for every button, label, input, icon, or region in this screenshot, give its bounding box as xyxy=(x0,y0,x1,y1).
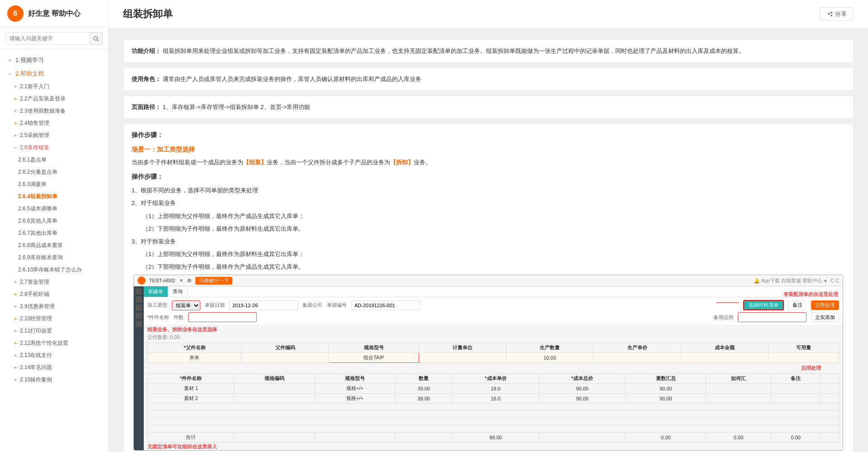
sidebar-item-cases[interactable]: ＋2.15操作案例 xyxy=(13,374,108,386)
process-btn[interactable]: 选择时料清单 xyxy=(743,300,784,310)
search-box xyxy=(0,28,108,50)
sidebar-item-i267[interactable]: 2.6.7其他出库单 xyxy=(18,227,108,239)
topbar-new-btn[interactable]: 同商银行一下 xyxy=(195,277,232,285)
form-type-label: 加工类型 xyxy=(147,302,167,309)
form-remarks-input[interactable] xyxy=(738,312,807,322)
sidebar-item-videos[interactable]: ＋ 1.视频学习 xyxy=(0,53,108,67)
share-button[interactable]: 分享 xyxy=(820,7,854,21)
sidebar-item-mobile[interactable]: ＋2.8手机旺铺 xyxy=(13,288,108,300)
sidebar-item-i268[interactable]: 2.6.8商品成本重算 xyxy=(18,239,108,252)
form-pieces-input[interactable] xyxy=(188,312,257,322)
step2-sub2: （2）下部明细为子件明细，最终作为原材料生成其它出库单。 xyxy=(142,224,845,234)
sidebar-header: 6 好生意 帮助中心 xyxy=(0,0,108,28)
step2-sub1: （1）上部明细为父件明细，最终作为产成品生成其它入库单； xyxy=(142,211,845,221)
sidebar-item-sales[interactable]: ＋2.4销售管理 xyxy=(13,117,108,129)
form-confirm-btn[interactable]: 立实添加 xyxy=(811,313,839,322)
form-order-input[interactable] xyxy=(351,300,420,310)
mock-lower-table: *件件名称 规格编码 规格型号 数量 *成本单价 *成本总价 素数汇总 如何汇 xyxy=(147,373,839,442)
app-logo-text: 好生意 帮助中心 xyxy=(28,9,80,19)
step3-sub1: （1）上部明细为父件明细，最终作为原材料生成其它出库单； xyxy=(142,249,845,259)
app-logo-icon: 6 xyxy=(7,5,24,22)
step3-sub2: （2）下部明细为子件明细，最终作为产成品生成其它入库单。 xyxy=(142,262,845,272)
main-header: 组装拆卸单 分享 xyxy=(108,0,868,29)
screenshot-wrapper: TEST-H002 ▼ ⚙ 同商银行一下 🔔 App下载 在线客服 帮助中心 ●… xyxy=(132,275,845,451)
sidebar-item-operation[interactable]: ＋2.10经营管理 xyxy=(13,313,108,325)
sidebar-sub-inventory: 2.6.1盘点单 2.6.2分量盘点单 2.6.3调拨单 2.6.4组装拆卸单 … xyxy=(13,154,108,276)
page-title: 组装拆卸单 xyxy=(123,7,173,21)
sidebar-item-install[interactable]: ＋2.2产品安装及登录 xyxy=(13,93,108,105)
screenshot-app-window: TEST-H002 ▼ ⚙ 同商银行一下 🔔 App下载 在线客服 帮助中心 ●… xyxy=(133,275,843,451)
form-group-label: 集团公司 xyxy=(302,302,322,309)
path-label: 页面路径： xyxy=(132,104,161,110)
sidebar-item-coupon[interactable]: ＋2.9优惠券管理 xyxy=(13,300,108,313)
upper-table-header-row: *父件名称 父件编码 规格型号 计量单位 生产数量 生产单价 成本金额 可用量 xyxy=(148,343,839,353)
sidebar-item-i269[interactable]: 2.6.9库存账本查询 xyxy=(18,252,108,264)
app-topbar: TEST-H002 ▼ ⚙ 同商银行一下 🔔 App下载 在线客服 帮助中心 ●… xyxy=(134,275,843,286)
form-extra-btn1[interactable]: 备注 xyxy=(788,300,807,310)
table-row xyxy=(148,418,839,425)
table-row xyxy=(148,411,839,418)
annotation-area2: 组装业务、拆卸业务在这里选择 xyxy=(144,325,843,334)
steps-label: 操作步骤： xyxy=(132,173,845,181)
sidebar-item-i266[interactable]: 2.6.6其他入库单 xyxy=(18,215,108,227)
annotation-text2: 组装业务、拆卸业务在这里选择 xyxy=(144,325,843,334)
form-date-input[interactable] xyxy=(229,300,298,310)
table-row xyxy=(148,404,839,411)
role-label: 使用角色： xyxy=(132,76,161,82)
sidebar-item-payment[interactable]: ＋2.13在线支付 xyxy=(13,349,108,362)
sidebar-item-i261[interactable]: 2.6.1盘点单 xyxy=(18,154,108,166)
form-order-label: 单据编号 xyxy=(327,302,347,309)
mock-upper-table: *父件名称 父件编码 规格型号 计量单位 生产数量 生产单价 成本金额 可用量 xyxy=(147,343,839,363)
role-text: 通常由生产人员或库管人员来完成拆装业务的操作，库管人员确认原材料的出库和产成品的… xyxy=(163,76,421,82)
func-intro-label: 功能介绍： xyxy=(132,48,161,54)
step1: 1、根据不同的业务，选择不同单据的类型来处理 xyxy=(132,186,845,195)
table-row xyxy=(148,425,839,433)
mock-form: 加工类型 组装单 拆卸单 单据日期 集团公司 单据编号 xyxy=(144,297,843,325)
icon-sidebar-item xyxy=(136,313,142,319)
sidebar-item-newcomer[interactable]: ＋2.1新手入门 xyxy=(13,81,108,93)
mock-tab-query[interactable]: 查询 xyxy=(168,286,188,297)
func-intro-text: 组装拆卸单用来处理企业组装或拆卸等加工业务，支持有固定装配清单的产品加工业务，也… xyxy=(163,48,745,54)
step3: 3、对于拆装业务 xyxy=(132,237,845,247)
step2: 2、对于组装业务 xyxy=(132,198,845,208)
app-id: TEST-H002 xyxy=(149,278,175,283)
content-area: 功能介绍： 组装拆卸单用来处理企业组装或拆卸等加工业务，支持有固定装配清单的产品… xyxy=(108,29,868,452)
sidebar-item-capital[interactable]: ＋2.7资金管理 xyxy=(13,276,108,288)
sidebar-item-i263[interactable]: 2.6.3调拨单 xyxy=(18,178,108,190)
search-input[interactable] xyxy=(5,32,90,45)
sidebar-sub-docs: ＋2.1新手入门 ＋2.2产品安装及登录 ＋2.3使用前数据准备 ＋2.4销售管… xyxy=(0,81,108,386)
table-row: 素材 1 规格+/+ 39.00 18.0 90.00 90.00 xyxy=(148,384,839,394)
path-text: 1、库存核算->库存管理->组装拆卸单 2、首页->常用功能 xyxy=(163,104,311,110)
plus-icon: ＋ xyxy=(7,57,13,64)
app-logo-screenshot xyxy=(137,276,146,285)
mock-tabs: 新建单 查询 xyxy=(144,286,843,297)
mock-upper-table-wrap: 父件数量: 0.00 *父件名称 父件编码 规格型号 计量单位 xyxy=(144,334,843,365)
role-block: 使用角色： 通常由生产人员或库管人员来完成拆装业务的操作，库管人员确认原材料的出… xyxy=(123,67,854,91)
app-body: 新建单 查询 加工类型 组装单 拆卸单 xyxy=(134,286,843,450)
sidebar-item-system[interactable]: ＋2.12系统个性化设置 xyxy=(13,337,108,349)
search-button[interactable] xyxy=(90,32,103,45)
sidebar-item-faq[interactable]: ＋2.14常见问题 xyxy=(13,362,108,374)
icon-sidebar-item xyxy=(136,305,142,311)
mock-form-row2: *件件名称 件数 备用品用 立实添加 xyxy=(147,312,839,322)
sidebar-item-print[interactable]: ＋2.11打印设置 xyxy=(13,325,108,337)
mock-lower-table-wrap: *件件名称 规格编码 规格型号 数量 *成本单价 *成本总价 素数汇总 如何汇 xyxy=(144,373,843,450)
svg-point-0 xyxy=(94,36,98,40)
sidebar-item-i264[interactable]: 2.6.4组装拆卸单 xyxy=(18,190,108,203)
table-row: 米米 组合TAIP 10.00 xyxy=(148,353,839,363)
lower-table-header-row: *件件名称 规格编码 规格型号 数量 *成本单价 *成本总价 素数汇总 如何汇 xyxy=(148,374,839,384)
sidebar-item-inventory[interactable]: －2.6库存核算 xyxy=(13,142,108,154)
sidebar-item-i265[interactable]: 2.6.5成本调整单 xyxy=(18,203,108,215)
sidebar-item-docs[interactable]: － 2.帮助文档 xyxy=(0,67,108,81)
form-save-btn[interactable]: 立即处理 xyxy=(811,300,839,310)
form-type-select[interactable]: 组装单 拆卸单 xyxy=(172,300,200,310)
sidebar-item-purchase[interactable]: ＋2.5采购管理 xyxy=(13,129,108,142)
table-footer-row: 合计 89.00 0.00 0.00 0 xyxy=(148,433,839,442)
sidebar-item-i2610[interactable]: 2.6.10库存账本错了怎么办 xyxy=(18,264,108,276)
nav-list: ＋ 1.视频学习 － 2.帮助文档 ＋2.1新手入门 ＋2.2产品安装及登录 ＋… xyxy=(0,50,108,452)
sidebar-item-i262[interactable]: 2.6.2分量盘点单 xyxy=(18,166,108,178)
scene1-desc: 当由多个子件材料组装成一个成品的业务为【组装】业务，当由一个父件拆分成多个子产品… xyxy=(132,157,845,167)
steps-block: 操作步骤： 场景一：加工类型选择 当由多个子件材料组装成一个成品的业务为【组装】… xyxy=(123,124,854,452)
mock-tab-new[interactable]: 新建单 xyxy=(144,286,168,297)
sidebar-item-data[interactable]: ＋2.3使用前数据准备 xyxy=(13,105,108,117)
